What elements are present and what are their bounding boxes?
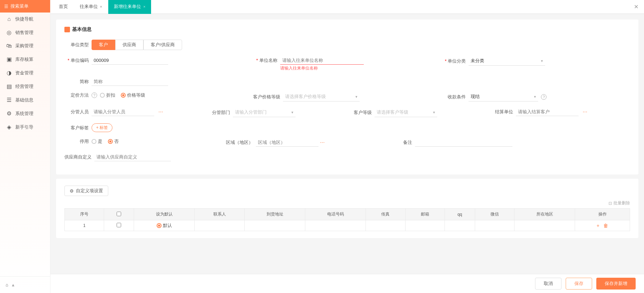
col-default: 设为默认 [134, 209, 195, 220]
department-chevron-icon: ▾ [291, 110, 293, 115]
tab-home[interactable]: 首页 [53, 0, 73, 14]
row-delete-btn[interactable]: 🗑 [602, 223, 610, 228]
section-title-icon [64, 27, 70, 32]
settlement-unit-input[interactable] [516, 108, 579, 116]
tab-close-partner-list[interactable]: × [100, 5, 102, 9]
sidebar-search-label: 搜索菜单 [10, 3, 29, 9]
short-name-input[interactable] [92, 78, 168, 86]
col-action: 操作 [575, 209, 630, 220]
short-name-row: 简称 [64, 78, 630, 86]
tabbar-close-all[interactable]: ✕ [631, 3, 641, 10]
table-card: ⚙ 自定义项设置 ⊡ 批量删除 序号 设为默认 联系人 到货地址 电话号码 传真 [56, 179, 638, 238]
note-input[interactable] [415, 138, 512, 147]
select-all-checkbox[interactable] [117, 212, 121, 216]
col-checkbox[interactable] [104, 209, 134, 220]
purchase-icon: 🛍 [6, 43, 13, 49]
row-add-btn[interactable]: + [595, 223, 601, 228]
sidebar-item-sales[interactable]: ◎ 销售管理 [0, 26, 50, 39]
disabled-label: 停用 [64, 138, 89, 145]
sidebar-item-basic[interactable]: ☰ 基础信息 [0, 93, 50, 107]
department-label: 分管部门 [206, 109, 230, 116]
payment-terms-select[interactable]: 现结 ▾ [469, 92, 538, 101]
unit-name-label: 单位名称 [253, 57, 277, 64]
save-new-button[interactable]: 保存并新增 [596, 278, 636, 290]
system-icon: ⚙ [6, 110, 13, 117]
unit-type-customer-btn[interactable]: 客户 [92, 40, 115, 50]
customer-price-level-select[interactable]: 请选择客户价格等级 ▾ [283, 92, 360, 101]
disabled-yes-circle [92, 139, 96, 144]
pricing-level-radio[interactable]: 价格等级 [121, 92, 145, 98]
manager-input[interactable] [92, 108, 154, 116]
unit-name-input[interactable] [280, 56, 364, 65]
region-input-wrapper: ··· [256, 138, 319, 147]
cancel-button[interactable]: 取消 [535, 278, 561, 290]
unit-code-group: 单位编码 [64, 56, 253, 65]
unit-category-select[interactable]: 未分类 ▾ [469, 56, 545, 66]
region-more-btn[interactable]: ··· [319, 139, 326, 146]
custom-settings-btn[interactable]: ⚙ 自定义项设置 [64, 186, 108, 196]
supplier-custom-input[interactable] [94, 153, 171, 161]
sidebar-item-system[interactable]: ⚙ 系统管理 [0, 107, 50, 120]
sidebar-bottom-item[interactable]: ⌂ ▲ [0, 279, 50, 290]
col-fax: 传真 [366, 209, 405, 220]
unit-type-both-btn[interactable]: 客户/供应商 [143, 40, 182, 50]
region-input[interactable] [256, 138, 319, 146]
tab-new-partner[interactable]: 新增往来单位× [108, 0, 151, 14]
discount-radio-circle [100, 93, 105, 98]
disabled-yes-radio[interactable]: 是 [92, 138, 102, 145]
payment-terms-label: 收款条件 [441, 94, 466, 100]
payment-terms-help-icon[interactable]: ? [541, 94, 547, 100]
sidebar-search[interactable]: ☰ 搜索菜单 [0, 0, 50, 13]
manager-more-btn[interactable]: ··· [157, 109, 164, 115]
pricing-method-help-icon[interactable]: ? [92, 92, 97, 98]
row-no: 1 [65, 220, 104, 231]
row-phone [305, 220, 366, 231]
sidebar-item-operation[interactable]: ▤ 经营管理 [0, 80, 50, 93]
tab-partner-list[interactable]: 往来单位× [74, 0, 108, 14]
row-select-checkbox[interactable] [117, 223, 121, 227]
payment-terms-chevron-icon: ▾ [534, 95, 536, 99]
supplier-custom-group: 供应商自定义 [64, 153, 253, 161]
save-button[interactable]: 保存 [566, 278, 592, 290]
sidebar-item-guide[interactable]: ◈ 新手引导 [0, 120, 50, 134]
manager-label: 分管人员 [64, 109, 89, 115]
unit-code-input[interactable] [92, 56, 168, 65]
search-icon: ☰ [4, 4, 8, 9]
tag-add-btn[interactable]: + 标签 [92, 123, 112, 132]
unit-type-supplier-btn[interactable]: 供应商 [115, 40, 143, 50]
sidebar-item-label-operation: 经营管理 [15, 83, 33, 90]
row-action: + 🗑 [575, 220, 630, 231]
settlement-unit-more-btn[interactable]: ··· [581, 109, 589, 115]
sidebar-item-finance[interactable]: ◑ 资金管理 [0, 66, 50, 80]
disabled-region-row: 停用 是 否 区域（地区） [64, 138, 630, 147]
customer-level-select[interactable]: 请选择客户等级 ▾ [375, 108, 437, 117]
sidebar-item-quick-nav[interactable]: ⌂ 快捷导航 [0, 13, 50, 26]
row-default-radio[interactable]: 默认 [138, 222, 191, 229]
unit-type-label: 单位类型 [64, 42, 89, 48]
row-region [515, 220, 575, 231]
disabled-yes-label: 是 [98, 138, 102, 145]
pricing-discount-radio[interactable]: 折扣 [100, 92, 115, 98]
gear-icon: ⚙ [70, 188, 74, 194]
tabbar: 首页往来单位×新增往来单位× ✕ [50, 0, 644, 14]
code-name-category-row: 单位编码 单位名称 请输入往来单位名称 单位分类 [64, 56, 630, 71]
sidebar-item-label-system: 系统管理 [15, 111, 33, 117]
delete-icon: ⊡ [608, 201, 612, 206]
unit-type-row: 单位类型 客户 供应商 客户/供应商 [64, 40, 630, 50]
tab-close-new-partner[interactable]: × [143, 5, 145, 9]
department-select[interactable]: 请输入分管部门 ▾ [233, 108, 296, 117]
unit-type-group-wrapper: 单位类型 客户 供应商 客户/供应商 [64, 40, 630, 50]
row-qq [445, 220, 475, 231]
row-checkbox[interactable] [104, 220, 134, 231]
main-area: 首页往来单位×新增往来单位× ✕ 基本信息 单位类型 客户 供应商 客户/供应商 [50, 0, 644, 293]
settlement-unit-group: 结算单位 ··· [489, 108, 630, 116]
sidebar-item-inventory[interactable]: ▣ 库存核算 [0, 52, 50, 66]
batch-delete-wrapper[interactable]: ⊡ 批量删除 [64, 200, 630, 206]
unit-category-value: 未分类 [471, 58, 541, 64]
row-address [245, 220, 305, 231]
footer: 取消 保存 保存并新增 [50, 274, 644, 293]
sidebar-item-label-guide: 新手引导 [15, 124, 33, 130]
disabled-no-radio[interactable]: 否 [108, 138, 119, 145]
sidebar-item-purchase[interactable]: 🛍 采购管理 [0, 39, 50, 52]
batch-delete-label: 批量删除 [613, 200, 630, 206]
